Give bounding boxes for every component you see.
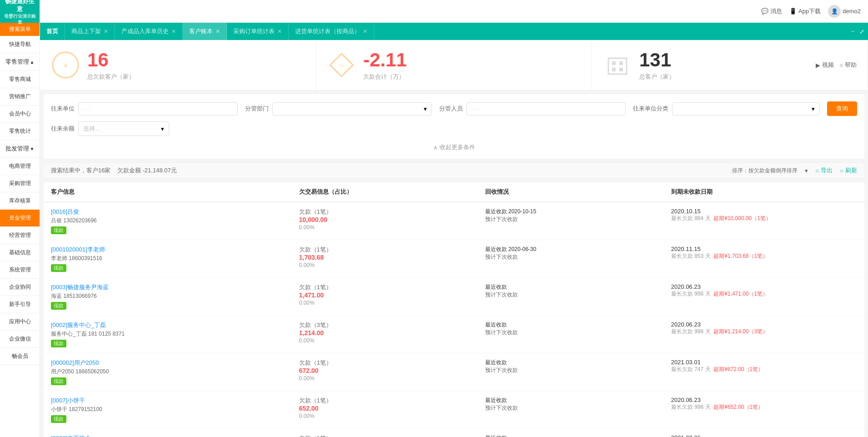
sidebar-item-basic-info[interactable]: 基础信息 <box>0 244 40 261</box>
tab-home[interactable]: 首页 <box>40 23 65 40</box>
sidebar-item-purchase-mgmt[interactable]: 采购管理 <box>0 175 40 192</box>
tab-close-product-shelves[interactable]: ✕ <box>104 28 108 35</box>
overdue-amount-link[interactable]: 超期¥652.00（1笔） <box>713 404 763 410</box>
overdue-days: 最长欠款 884 天 超期¥10,000.00（1笔） <box>671 215 857 222</box>
overdue-amount-link[interactable]: 超期¥1,214.00（3笔） <box>713 328 768 335</box>
tab-customer-account[interactable]: 客户账本 ✕ <box>183 23 227 40</box>
due-date-value: 2021.02.26 <box>671 434 857 437</box>
table-row: [0016]吕俊 吕俊 13026203696 现款 欠款（1笔） 10,000… <box>44 202 864 240</box>
overdue-amount-link[interactable]: 超期¥672.00（1笔） <box>713 366 763 372</box>
source-unit-input[interactable]: ··· <box>78 102 238 116</box>
last-collect-date: 最近收款 <box>485 283 671 291</box>
customer-name-link[interactable]: [0003]畅捷服务尹海蓝 <box>51 283 299 291</box>
customer-name-link[interactable]: [0016]吕俊 <box>51 208 299 216</box>
refresh-btn[interactable]: ○ 刷新 <box>840 166 857 175</box>
customer-info-cell: [0007]小饼干 小饼干 18279152100 现款 <box>51 397 299 423</box>
tab-close-customer-account[interactable]: ✕ <box>216 28 220 35</box>
overdue-amount-link[interactable]: 超期¥1,703.68（1笔） <box>713 253 768 259</box>
tab-bar: 首页 商品上下架 ✕ 产成品入库单历史 ✕ 客户账本 ✕ 采购订单统计表 ✕ 进… <box>40 23 868 40</box>
export-btn[interactable]: ○ 导出 <box>815 166 833 175</box>
owe-percent: 0.00% <box>299 337 485 344</box>
owe-info-cell: 欠款（3笔） 1,214.00 0.00% <box>299 321 485 344</box>
owe-count: 欠款（1笔） <box>299 283 485 291</box>
source-unit-label: 往来单位 <box>51 105 75 113</box>
overdue-amount-number: -2.11 <box>363 49 407 71</box>
collapse-btn[interactable]: ∧ 收起更多条件 <box>51 143 857 151</box>
filter-dept: 分管部门 ▾ <box>245 102 432 116</box>
collection-cell: 最近收款 2020-10-15 预计下次收款 <box>485 208 671 223</box>
owe-amount: 10,000.00 <box>299 216 485 223</box>
customer-name-link[interactable]: [000002]用户2050 <box>51 359 299 367</box>
col-header-owe-info: 欠交易信息（占比） <box>299 188 485 196</box>
tab-close-purchase-order[interactable]: ✕ <box>277 28 282 35</box>
owe-count: 欠款（1笔） <box>299 246 485 254</box>
overdue-days: 最长欠款 998 天 超期¥1,471.00（1笔） <box>671 290 857 298</box>
balance-select[interactable]: 选择... ▾ <box>78 121 169 136</box>
page-content: ¥ 16 总欠款客户（家） ◇ -2.11 欠款合计（万） <box>40 40 868 437</box>
owe-percent: 0.00% <box>299 224 485 231</box>
sidebar-item-retail-mall[interactable]: 零售商城 <box>0 71 40 88</box>
unit-category-select[interactable]: ▾ <box>672 102 820 116</box>
stat-icon-diamond: ◇ <box>327 50 356 80</box>
customer-table: 客户信息 欠交易信息（占比） 回收情况 到期未收款日期 [0016]吕俊 吕俊 … <box>44 182 864 437</box>
customer-name-link[interactable]: [0007]小饼干 <box>51 397 299 405</box>
svg-rect-7 <box>612 68 616 71</box>
table-row: [0001020001]李老师 李老师 18600391516 现款 欠款（1笔… <box>44 240 864 278</box>
customer-name-link[interactable]: [0002]服务中心_丁磊 <box>51 321 299 329</box>
tab-purchase-order[interactable]: 采购订单统计表 ✕ <box>227 23 289 40</box>
owe-percent: 0.00% <box>299 413 485 419</box>
sidebar-item-app-center[interactable]: 应用中心 <box>0 313 40 331</box>
sidebar-item-capital-mgmt[interactable]: 资金管理 <box>0 210 40 227</box>
dept-select[interactable]: ▾ <box>272 102 432 116</box>
tab-product-shelves[interactable]: 商品上下架 ✕ <box>65 23 115 40</box>
last-collect-date: 最近收款 2020-06-30 <box>485 246 671 253</box>
sidebar-item-retail-stats[interactable]: 零售统计 <box>0 123 40 140</box>
owe-amount: 1,214.00 <box>299 329 485 337</box>
overdue-amount-link[interactable]: 超期¥1,471.00（1笔） <box>713 291 768 297</box>
tab-close-produce-history[interactable]: ✕ <box>171 28 176 35</box>
sidebar-item-vip-member[interactable]: 畅会员 <box>0 348 40 365</box>
manager-input[interactable]: ··· <box>467 102 626 116</box>
sidebar-item-ecommerce[interactable]: 电商管理 <box>0 158 40 175</box>
sidebar-item-system-mgmt[interactable]: 系统管理 <box>0 261 40 279</box>
view-video-btn[interactable]: ▶ 视频 <box>816 61 834 69</box>
overdue-amount-link[interactable]: 超期¥10,000.00（1笔） <box>713 215 771 221</box>
sidebar-item-enterprise-wechat[interactable]: 企业微信 <box>0 331 40 348</box>
sidebar: 畅捷通好生意 母婴行业演示账套 搜索菜单 快捷导航 零售管理 ▲ 零售商城 营销… <box>0 0 40 437</box>
customer-name-link[interactable]: [0001020001]李老师 <box>51 246 299 254</box>
sidebar-item-quick-nav[interactable]: 快捷导航 <box>0 36 40 53</box>
tabs-minimize-icon[interactable]: － <box>850 27 856 35</box>
sidebar-item-marketing[interactable]: 营销推广 <box>0 88 40 105</box>
refresh-icon: ○ <box>840 167 843 174</box>
overdue-days: 最长欠款 998 天 超期¥1,214.00（3笔） <box>671 328 857 336</box>
owe-info-cell: 欠款（1笔） 455.90 0.00% <box>299 434 485 437</box>
chevron-up-icon: ∧ <box>433 144 438 151</box>
owe-count: 欠款（1笔） <box>299 208 485 216</box>
customer-badge: 现款 <box>51 340 66 347</box>
query-button[interactable]: 查询 <box>827 101 857 116</box>
tabs-expand-icon[interactable]: ⤢ <box>859 28 864 35</box>
sidebar-item-member-center[interactable]: 会员中心 <box>0 105 40 123</box>
help-btn[interactable]: ○ 帮助 <box>839 61 857 69</box>
result-bar: 搜索结果中，客户16家 欠款金额 -21,148.07元 排序：按欠款金额倒序排… <box>44 162 864 179</box>
app-download-btn[interactable]: 📱 App下载 <box>789 7 821 15</box>
filter-area: 往来单位 ··· 分管部门 ▾ 分管人员 ··· <box>44 94 864 159</box>
sidebar-item-inventory[interactable]: 库存核算 <box>0 192 40 210</box>
tab-purchase-stats[interactable]: 进货单统计表（按商品） ✕ <box>289 23 374 40</box>
owe-percent: 0.00% <box>299 300 485 306</box>
customer-name-link[interactable]: [0006]去下粮仓 <box>51 434 299 437</box>
tab-close-purchase-stats[interactable]: ✕ <box>363 28 367 35</box>
sidebar-item-enterprise-collab[interactable]: 企业协同 <box>0 279 40 296</box>
filter-unit-category: 往来单位分类 ▾ <box>633 102 820 116</box>
col-header-due-date: 到期未收款日期 <box>671 188 857 196</box>
sidebar-item-new-guide[interactable]: 新手引导 <box>0 296 40 313</box>
tab-produce-history[interactable]: 产成品入库单历史 ✕ <box>115 23 183 40</box>
sidebar-item-retail-mgmt[interactable]: 零售管理 ▲ <box>0 53 40 71</box>
message-btn[interactable]: 💬 消息 <box>761 7 782 15</box>
customer-badge: 现款 <box>51 264 66 272</box>
owe-info-cell: 欠款（1笔） 10,000.00 0.00% <box>299 208 485 231</box>
sidebar-item-ops-mgmt[interactable]: 经营管理 <box>0 227 40 244</box>
sidebar-item-batch-mgmt[interactable]: 批发管理 ▼ <box>0 140 40 158</box>
avatar: 👤 <box>828 5 841 18</box>
user-avatar[interactable]: 👤 demo2 <box>828 5 861 18</box>
